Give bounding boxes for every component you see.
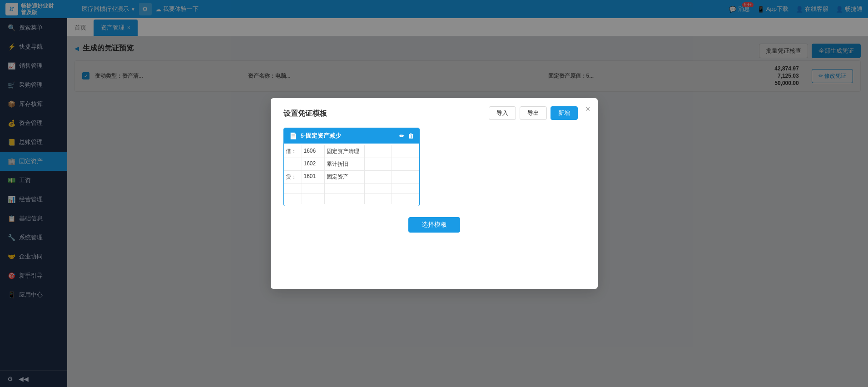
import-button[interactable]: 导入 <box>489 106 516 120</box>
template-card: 📄 5-固定资产减少 ✏ 🗑 借： 1606 固定资产清理 <box>283 128 420 206</box>
dialog-close-button[interactable]: × <box>585 104 590 114</box>
template-card-actions: ✏ 🗑 <box>399 133 414 139</box>
template-card-header: 📄 5-固定资产减少 ✏ 🗑 <box>284 128 419 144</box>
set-template-dialog: 设置凭证模板 导入 导出 新增 × 📄 5-固定资产减少 ✏ 🗑 借： <box>271 98 598 289</box>
template-row-empty-2 <box>284 194 419 204</box>
select-template-area: 选择模板 <box>283 217 585 233</box>
template-card-body: 借： 1606 固定资产清理 1602 累计折旧 贷： 160 <box>284 144 419 206</box>
template-card-file-icon: 📄 <box>289 132 297 139</box>
template-edit-icon[interactable]: ✏ <box>399 133 404 139</box>
template-card-title: 5-固定资产减少 <box>301 132 396 140</box>
template-row-3: 贷： 1601 固定资产 <box>284 171 419 184</box>
template-row-2: 1602 累计折旧 <box>284 158 419 171</box>
dialog-overlay: 设置凭证模板 导入 导出 新增 × 📄 5-固定资产减少 ✏ 🗑 借： <box>0 0 868 387</box>
new-button[interactable]: 新增 <box>551 106 578 120</box>
template-row-1: 借： 1606 固定资产清理 <box>284 145 419 158</box>
dialog-title: 设置凭证模板 <box>283 109 327 119</box>
template-row-empty-1 <box>284 184 419 194</box>
dialog-action-buttons: 导入 导出 新增 <box>489 106 578 120</box>
template-delete-icon[interactable]: 🗑 <box>408 133 414 139</box>
export-button[interactable]: 导出 <box>520 106 547 120</box>
select-template-button[interactable]: 选择模板 <box>408 217 460 233</box>
